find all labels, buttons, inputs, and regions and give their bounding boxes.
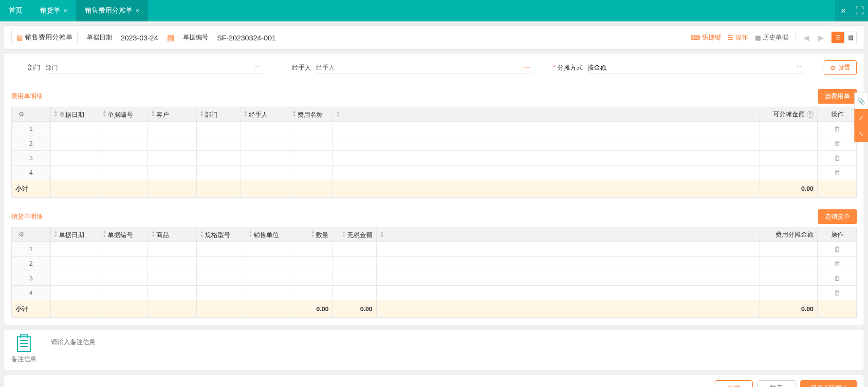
delete-row-icon[interactable]: 🗑 xyxy=(818,286,857,300)
attachment-icon[interactable]: 📎 xyxy=(854,92,868,109)
window-close-icon[interactable]: × xyxy=(835,0,851,21)
help-icon[interactable]: ? xyxy=(807,111,813,118)
abandon-button[interactable]: 放弃 xyxy=(757,380,795,387)
col-no[interactable]: ▴▾单据编号 xyxy=(99,227,148,242)
delete-row-icon[interactable]: 🗑 xyxy=(818,136,857,151)
table-row[interactable]: 1🗑 xyxy=(12,242,857,257)
sales-table: ⚙ ▴▾单据日期 ▴▾单据编号 ▴▾商品 ▴▾规格型号 ▴▾销售单位 ▴▾数量 … xyxy=(11,227,857,318)
dept-input[interactable] xyxy=(45,64,262,71)
close-icon[interactable]: × xyxy=(63,7,67,15)
table-row[interactable]: 2🗑 xyxy=(12,257,857,271)
col-blank[interactable]: ▴▾ xyxy=(333,107,759,122)
dept-label: 部门 xyxy=(11,63,40,72)
more-icon: ⋯ xyxy=(523,63,532,72)
delete-row-icon[interactable]: 🗑 xyxy=(818,271,857,286)
sales-detail-panel: 销货单明细 选销货单 ⚙ ▴▾单据日期 ▴▾单据编号 ▴▾商品 ▴▾规格型号 ▴… xyxy=(4,204,864,325)
table-settings-icon[interactable]: ⚙ xyxy=(12,107,31,122)
col-alloc-amount[interactable]: 可分摊金额? xyxy=(759,107,818,122)
expense-table: ⚙ ▴▾单据日期 ▴▾单据编号 ▴▾客户 ▴▾部门 ▴▾经手人 ▴▾费用名称 ▴… xyxy=(11,107,857,198)
notes-icon xyxy=(17,336,31,352)
gear-icon: ⚙ xyxy=(830,64,836,72)
delete-row-icon[interactable]: 🗑 xyxy=(818,166,857,180)
doc-date-value[interactable]: 2023-03-24 xyxy=(121,34,158,42)
history-link[interactable]: ▤历史单据 xyxy=(755,33,788,42)
table-row[interactable]: 3🗑 xyxy=(12,271,857,286)
col-customer[interactable]: ▴▾客户 xyxy=(148,107,197,122)
col-date[interactable]: ▴▾单据日期 xyxy=(51,227,99,242)
delete-row-icon[interactable]: 🗑 xyxy=(818,257,857,271)
doc-no-value: SF-20230324-001 xyxy=(217,34,276,42)
table-row[interactable]: 2🗑 xyxy=(12,136,857,151)
col-action: 操作 xyxy=(818,227,857,242)
document-type-tab[interactable]: ▤ 销售费用分摊单 xyxy=(11,30,78,45)
fullscreen-icon[interactable]: ⛶ xyxy=(851,0,868,21)
handler-select[interactable]: ⋯ xyxy=(316,62,533,74)
method-input[interactable] xyxy=(588,64,804,71)
method-select[interactable]: ﹀ xyxy=(588,62,804,74)
keyboard-icon: ⌨ xyxy=(691,34,700,41)
view-list-button[interactable]: ☰ xyxy=(831,32,844,43)
col-spec[interactable]: ▴▾规格型号 xyxy=(197,227,245,242)
col-no[interactable]: ▴▾单据编号 xyxy=(99,107,148,122)
col-qty[interactable]: ▴▾数量 xyxy=(289,227,333,242)
allocate-button[interactable]: 分摊 xyxy=(715,380,753,387)
col-unit[interactable]: ▴▾销售单位 xyxy=(245,227,289,242)
sales-panel-title: 销货单明细 xyxy=(11,212,43,221)
save-new-button[interactable]: 保存&新增˄ xyxy=(800,380,857,387)
calendar-icon[interactable]: ▦ xyxy=(167,33,174,42)
col-dept[interactable]: ▴▾部门 xyxy=(197,107,240,122)
footer-action-bar: 分摊 放弃 保存&新增˄ xyxy=(4,375,864,387)
delete-row-icon[interactable]: 🗑 xyxy=(818,242,857,257)
col-blank[interactable]: ▴▾ xyxy=(377,227,759,242)
dept-select[interactable]: ﹀ xyxy=(45,62,262,74)
expense-detail-panel: 费用单明细 选费用单 ⚙ ▴▾单据日期 ▴▾单据编号 ▴▾客户 ▴▾部门 ▴▾经… xyxy=(4,84,864,204)
document-icon: ▤ xyxy=(17,34,23,41)
settings-button[interactable]: ⚙设置 xyxy=(824,60,857,75)
document-type-label: 销售费用分摊单 xyxy=(25,33,73,42)
document-toolbar: ▤ 销售费用分摊单 单据日期 2023-03-24 ▦ 单据编号 SF-2023… xyxy=(4,25,864,50)
prev-arrow-icon[interactable]: ◀ xyxy=(802,33,810,42)
table-row[interactable]: 1🗑 xyxy=(12,122,857,136)
shortcut-link[interactable]: ⌨快捷键 xyxy=(691,33,721,42)
table-row[interactable]: 3🗑 xyxy=(12,151,857,166)
col-product[interactable]: ▴▾商品 xyxy=(148,227,197,242)
remarks-panel: 备注信息 xyxy=(4,329,864,371)
select-sales-button[interactable]: 选销货单 xyxy=(818,209,857,224)
gear-icon: ☰ xyxy=(728,34,734,41)
delete-row-icon[interactable]: 🗑 xyxy=(818,151,857,166)
remarks-input[interactable] xyxy=(51,338,857,362)
handler-label: 经手人 xyxy=(282,63,311,72)
doc-date-label: 单据日期 xyxy=(87,33,112,42)
expand-alt-icon[interactable]: ⤡ xyxy=(854,126,868,142)
expense-panel-title: 费用单明细 xyxy=(11,92,43,101)
operate-link[interactable]: ☰操作 xyxy=(728,33,748,42)
table-row[interactable]: 4🗑 xyxy=(12,286,857,300)
subtotal-row: 小计0.000.000.00 xyxy=(12,300,857,318)
remarks-label: 备注信息 xyxy=(11,355,37,364)
tab-sales-order[interactable]: 销货单× xyxy=(31,0,76,21)
chevron-down-icon: ﹀ xyxy=(255,63,260,72)
handler-input[interactable] xyxy=(316,64,533,71)
table-row[interactable]: 4🗑 xyxy=(12,166,857,180)
history-icon: ▤ xyxy=(755,34,761,41)
col-handler[interactable]: ▴▾经手人 xyxy=(240,107,289,122)
col-date[interactable]: ▴▾单据日期 xyxy=(51,107,99,122)
tab-home[interactable]: 首页 xyxy=(0,0,31,21)
close-icon[interactable]: × xyxy=(135,7,139,15)
view-grid-button[interactable]: ▦ xyxy=(844,32,857,43)
top-tab-bar: 首页 销货单× 销售费用分摊单× × ⛶ xyxy=(0,0,868,21)
next-arrow-icon[interactable]: ▶ xyxy=(817,33,825,42)
col-untaxed[interactable]: ▴▾无税金额 xyxy=(333,227,377,242)
table-settings-icon[interactable]: ⚙ xyxy=(12,227,31,242)
chevron-down-icon: ﹀ xyxy=(796,63,802,72)
right-rail: 📎 ⤢ ⤡ xyxy=(854,92,868,142)
col-fee-name[interactable]: ▴▾费用名称 xyxy=(289,107,333,122)
expand-icon[interactable]: ⤢ xyxy=(854,109,868,126)
select-expense-button[interactable]: 选费用单 xyxy=(818,89,857,104)
tab-sales-expense-allocation[interactable]: 销售费用分摊单× xyxy=(76,0,148,21)
col-alloc[interactable]: 费用分摊金额 xyxy=(759,227,818,242)
delete-row-icon[interactable]: 🗑 xyxy=(818,122,857,136)
form-filter-row: 部门 ﹀ 经手人 ⋯ *分摊方式 ﹀ ⚙设置 xyxy=(4,54,864,84)
method-label: *分摊方式 xyxy=(553,63,583,72)
col-action: 操作 xyxy=(818,107,857,122)
